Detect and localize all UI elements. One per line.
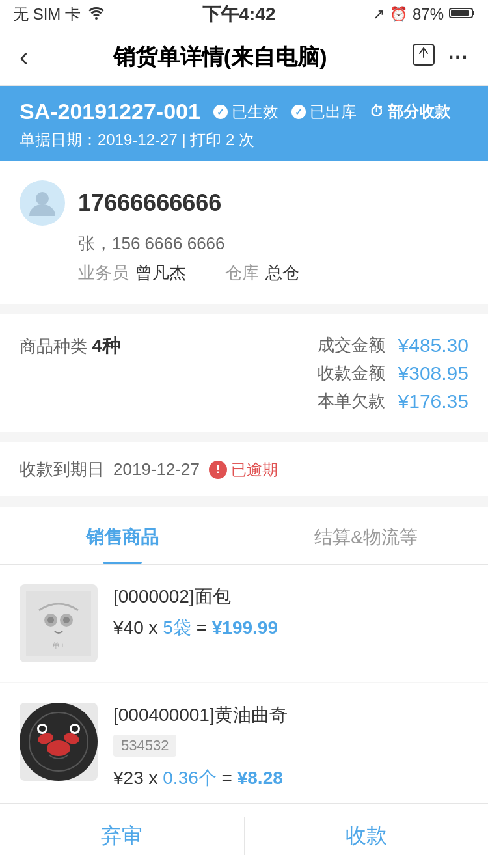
status-partial: ⏱ 部分收款 xyxy=(370,102,450,122)
confirm-button[interactable]: 收款 xyxy=(245,804,489,868)
customer-phone: 17666666666 xyxy=(78,189,221,217)
product-type-count: 4种 xyxy=(92,336,120,356)
confirm-label: 收款 xyxy=(346,822,387,850)
customer-top: 17666666666 xyxy=(20,180,468,226)
product-total-2: ¥8.28 xyxy=(237,768,283,788)
tab-sales-label: 销售商品 xyxy=(86,527,159,547)
product-thumb-1: 单+ xyxy=(20,584,98,662)
product-price-1: ¥40 x 5袋 = ¥199.99 xyxy=(113,616,468,640)
warehouse-value: 总仓 xyxy=(265,262,299,284)
amount-label: 成交金额 xyxy=(318,334,385,357)
avatar xyxy=(20,180,65,226)
overdue-date: 2019-12-27 xyxy=(113,459,200,480)
tab-settlement-label: 结算&物流等 xyxy=(314,527,418,547)
svg-point-4 xyxy=(36,192,49,205)
product-info-1: [0000002]面包 ¥40 x 5袋 = ¥199.99 xyxy=(113,584,468,640)
svg-text:单+: 单+ xyxy=(52,641,64,650)
svg-rect-2 xyxy=(451,10,469,16)
status-bar-left: 无 SIM 卡 xyxy=(13,4,105,25)
wifi-icon xyxy=(87,5,105,23)
status-effective: ✓ 已生效 xyxy=(213,102,278,122)
product-total-1: ¥199.99 xyxy=(212,617,278,638)
product-item-2: [000400001]黄油曲奇 534532 ¥23 x 0.36个 = ¥8.… xyxy=(0,683,488,810)
tab-sales-products[interactable]: 销售商品 xyxy=(0,507,244,564)
product-unit-price-2: ¥23 xyxy=(113,768,144,788)
overdue-status: 已逾期 xyxy=(231,459,278,480)
debt-label: 本单欠款 xyxy=(318,390,385,413)
carrier-text: 无 SIM 卡 xyxy=(13,4,81,25)
status-bar-time: 下午4:42 xyxy=(202,2,275,27)
amount-row: 成交金额 ¥485.30 xyxy=(318,334,468,357)
order-id-row: SA-20191227-001 ✓ 已生效 ✓ 已出库 ⏱ 部分收款 xyxy=(20,99,468,124)
sales-value: 曾凡杰 xyxy=(135,262,186,284)
svg-point-15 xyxy=(47,740,70,756)
clock-icon: ⏱ xyxy=(370,103,384,120)
nav-left: ‹ xyxy=(20,42,28,72)
status-bar: 无 SIM 卡 下午4:42 ↗ ⏰ 87% xyxy=(0,0,488,29)
stats-left: 商品种类 4种 xyxy=(20,334,120,359)
debt-value: ¥176.35 xyxy=(398,390,468,413)
sales-person-item: 业务员 曾凡杰 xyxy=(78,262,186,284)
alarm-icon: ⏰ xyxy=(390,6,407,23)
product-unit-price-1: ¥40 xyxy=(113,617,144,638)
product-qty-2: 0.36个 xyxy=(163,768,217,788)
customer-card: 17666666666 张，156 6666 6666 业务员 曾凡杰 仓库 总… xyxy=(0,161,488,304)
bottom-bar: 弃审 收款 xyxy=(0,803,488,868)
tab-settlement[interactable]: 结算&物流等 xyxy=(244,507,488,564)
product-item-1: 单+ [0000002]面包 ¥40 x 5袋 = ¥199.99 xyxy=(0,565,488,682)
overdue-exclamation-icon: ! xyxy=(209,461,227,479)
order-date: 单据日期：2019-12-27 | 打印 2 次 xyxy=(20,129,468,150)
nav-right: ··· xyxy=(412,43,468,71)
warehouse-label: 仓库 xyxy=(225,262,259,284)
customer-sub-info: 张，156 6666 6666 xyxy=(20,232,468,255)
debt-row: 本单欠款 ¥176.35 xyxy=(318,390,468,413)
more-icon[interactable]: ··· xyxy=(448,46,468,68)
svg-point-18 xyxy=(39,726,46,732)
product-tag-2: 534532 xyxy=(113,735,176,757)
svg-rect-1 xyxy=(472,11,474,15)
svg-point-19 xyxy=(72,726,78,732)
battery-icon xyxy=(449,5,475,23)
overdue-badge: ! 已逾期 xyxy=(209,459,278,480)
product-info-2: [000400001]黄油曲奇 534532 ¥23 x 0.36个 = ¥8.… xyxy=(113,703,468,791)
product-list: 单+ [0000002]面包 ¥40 x 5袋 = ¥199.99 xyxy=(0,565,488,810)
status-bar-right: ↗ ⏰ 87% xyxy=(373,5,475,23)
nav-bar: ‹ 销货单详情(来自电脑) ··· xyxy=(0,29,488,86)
share-icon[interactable] xyxy=(412,43,435,71)
svg-point-8 xyxy=(47,617,54,623)
back-button[interactable]: ‹ xyxy=(20,42,28,72)
location-icon: ↗ xyxy=(373,6,385,23)
stats-card: 商品种类 4种 成交金额 ¥485.30 收款金额 ¥308.95 本单欠款 ¥… xyxy=(0,314,488,432)
received-row: 收款金额 ¥308.95 xyxy=(318,362,468,385)
check-icon-2: ✓ xyxy=(291,105,306,119)
product-qty-1: 5袋 xyxy=(163,617,191,638)
cancel-button[interactable]: 弃审 xyxy=(0,804,244,868)
warehouse-item: 仓库 总仓 xyxy=(225,262,299,284)
product-type-label: 商品种类 xyxy=(20,336,87,356)
page-title: 销货单详情(来自电脑) xyxy=(113,42,327,72)
order-id: SA-20191227-001 xyxy=(20,99,200,124)
product-thumb-2 xyxy=(20,703,98,781)
product-name-2: [000400001]黄油曲奇 xyxy=(113,703,468,727)
received-value: ¥308.95 xyxy=(398,362,468,385)
tabs-bar: 销售商品 结算&物流等 xyxy=(0,507,488,565)
svg-point-9 xyxy=(63,617,70,623)
received-label: 收款金额 xyxy=(318,362,385,385)
battery-text: 87% xyxy=(413,5,444,23)
overdue-card: 收款到期日 2019-12-27 ! 已逾期 xyxy=(0,442,488,496)
product-price-2: ¥23 x 0.36个 = ¥8.28 xyxy=(113,766,468,791)
header-banner: SA-20191227-001 ✓ 已生效 ✓ 已出库 ⏱ 部分收款 单据日期：… xyxy=(0,86,488,161)
customer-meta: 业务员 曾凡杰 仓库 总仓 xyxy=(20,262,468,284)
overdue-label: 收款到期日 xyxy=(20,458,104,481)
check-icon-1: ✓ xyxy=(213,105,228,119)
stats-right: 成交金额 ¥485.30 收款金额 ¥308.95 本单欠款 ¥176.35 xyxy=(318,334,468,413)
product-name-1: [0000002]面包 xyxy=(113,584,468,609)
cancel-label: 弃审 xyxy=(101,822,142,850)
sales-label: 业务员 xyxy=(78,262,129,284)
amount-value: ¥485.30 xyxy=(398,334,468,357)
status-shipped: ✓ 已出库 xyxy=(291,102,357,122)
